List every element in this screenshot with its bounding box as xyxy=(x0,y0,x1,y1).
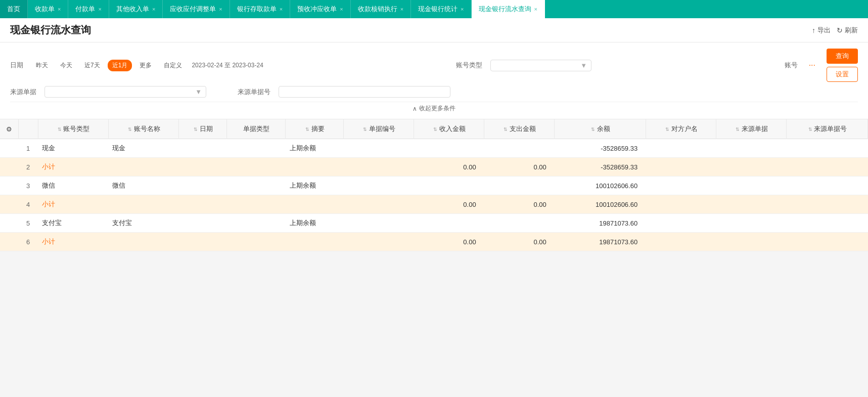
source-doc-no-column-header[interactable]: ⇅ 来源单据号 xyxy=(786,119,867,139)
row-account-type: 支付宝 xyxy=(38,214,108,233)
row-account-type: 小计 xyxy=(38,233,108,251)
row-index: 6 xyxy=(18,233,38,251)
nav-item-collection[interactable]: 收款核销执行 × xyxy=(351,0,411,18)
date-options: 昨天 今天 近7天 近1月 更多 自定义 2023-02-24 至 2023-0… xyxy=(31,60,263,71)
row-doc-type xyxy=(227,195,286,214)
close-icon[interactable]: × xyxy=(280,6,283,12)
nav-label: 现金银行流水查询 xyxy=(479,5,531,14)
date-btn-1month[interactable]: 近1月 xyxy=(108,60,132,71)
date-btn-yesterday[interactable]: 昨天 xyxy=(31,60,53,71)
row-account-name xyxy=(108,158,178,177)
row-counterpart xyxy=(646,158,716,177)
income-column-header[interactable]: ⇅ 收入金额 xyxy=(414,119,484,139)
gear-column-header[interactable]: ⚙ xyxy=(0,119,18,139)
balance-sort-icon: ⇅ xyxy=(591,127,595,132)
counterpart-sort-icon: ⇅ xyxy=(665,127,669,132)
collapse-bar[interactable]: ∧ 收起更多条件 xyxy=(10,102,858,115)
nav-label: 现金银行统计 xyxy=(418,5,458,14)
row-doc-no xyxy=(343,139,414,158)
setting-button[interactable]: 设置 xyxy=(827,67,858,82)
gear-icon[interactable]: ⚙ xyxy=(6,125,12,133)
account-type-sort-icon: ⇅ xyxy=(58,127,62,132)
nav-item-flow-query[interactable]: 现金银行流水查询 × xyxy=(472,0,545,18)
row-doc-type xyxy=(227,177,286,195)
close-icon[interactable]: × xyxy=(461,6,464,12)
nav-label: 付款单 xyxy=(75,5,95,14)
row-index: 2 xyxy=(18,158,38,177)
nav-item-payment[interactable]: 付款单 × xyxy=(68,0,109,18)
doc-type-column-header: 单据类型 xyxy=(227,119,286,139)
row-expense xyxy=(484,214,555,233)
row-source-doc-no xyxy=(786,139,867,158)
account-type-column-header[interactable]: ⇅ 账号类型 xyxy=(38,119,108,139)
row-counterpart xyxy=(646,233,716,251)
row-summary: 上期余额 xyxy=(286,177,344,195)
nav-item-home[interactable]: 首页 xyxy=(0,0,28,18)
query-button[interactable]: 查询 xyxy=(827,49,858,64)
expense-column-header[interactable]: ⇅ 支出金额 xyxy=(484,119,555,139)
row-counterpart xyxy=(646,139,716,158)
close-icon[interactable]: × xyxy=(58,6,61,12)
date-btn-custom[interactable]: 自定义 xyxy=(159,60,187,71)
refresh-label: 刷新 xyxy=(845,26,858,35)
table-row: 3 微信 微信 上期余额 100102606.60 xyxy=(0,177,868,195)
expense-sort-icon: ⇅ xyxy=(504,127,508,132)
row-balance: 100102606.60 xyxy=(555,195,646,214)
nav-item-prepaid[interactable]: 预收冲应收单 × xyxy=(290,0,350,18)
source-doc-select[interactable]: ▼ xyxy=(44,86,206,98)
nav-item-bank-deposit[interactable]: 银行存取款单 × xyxy=(230,0,290,18)
source-doc-column-header[interactable]: ⇅ 来源单据 xyxy=(716,119,786,139)
row-date xyxy=(178,158,226,177)
collapse-label: 收起更多条件 xyxy=(419,104,455,113)
row-date xyxy=(178,233,226,251)
account-name-column-header[interactable]: ⇅ 账号名称 xyxy=(108,119,178,139)
nav-item-stats[interactable]: 现金银行统计 × xyxy=(411,0,471,18)
doc-no-column-header[interactable]: ⇅ 单据编号 xyxy=(343,119,414,139)
gear-cell xyxy=(0,158,18,177)
summary-column-header[interactable]: ⇅ 摘要 xyxy=(286,119,344,139)
row-summary: 上期余额 xyxy=(286,214,344,233)
row-doc-type xyxy=(227,214,286,233)
more-dots-icon[interactable]: ··· xyxy=(809,61,815,70)
date-column-header[interactable]: ⇅ 日期 xyxy=(178,119,226,139)
row-income xyxy=(414,177,484,195)
close-icon[interactable]: × xyxy=(340,6,343,12)
nav-item-adjustment[interactable]: 应收应付调整单 × xyxy=(163,0,230,18)
row-doc-no xyxy=(343,195,414,214)
refresh-button[interactable]: ↻ 刷新 xyxy=(837,26,858,35)
source-doc-no-input[interactable] xyxy=(279,86,450,98)
gear-cell xyxy=(0,139,18,158)
close-icon[interactable]: × xyxy=(219,6,222,12)
close-icon[interactable]: × xyxy=(98,6,101,12)
row-account-type: 小计 xyxy=(38,195,108,214)
date-btn-more[interactable]: 更多 xyxy=(135,60,156,71)
index-column-header xyxy=(18,119,38,139)
date-filter-label: 日期 xyxy=(10,61,23,70)
page-header: 现金银行流水查询 ↑ 导出 ↻ 刷新 xyxy=(0,18,868,42)
row-balance: 100102606.60 xyxy=(555,177,646,195)
date-btn-today[interactable]: 今天 xyxy=(56,60,77,71)
row-account-name: 现金 xyxy=(108,139,178,158)
close-icon[interactable]: × xyxy=(534,6,537,12)
row-source-doc-no xyxy=(786,233,867,251)
chevron-down-icon: ▼ xyxy=(580,62,587,69)
row-income: 0.00 xyxy=(414,195,484,214)
doc-no-sort-icon: ⇅ xyxy=(363,127,367,132)
date-sort-icon: ⇅ xyxy=(194,127,198,132)
export-button[interactable]: ↑ 导出 xyxy=(812,26,831,35)
row-counterpart xyxy=(646,177,716,195)
close-icon[interactable]: × xyxy=(152,6,155,12)
close-icon[interactable]: × xyxy=(400,6,403,12)
account-type-label: 账号类型 xyxy=(456,61,482,70)
row-index: 4 xyxy=(18,195,38,214)
row-account-name xyxy=(108,195,178,214)
date-btn-7days[interactable]: 近7天 xyxy=(80,60,105,71)
nav-item-other-income[interactable]: 其他收入单 × xyxy=(109,0,163,18)
source-doc-label: 来源单据 xyxy=(10,87,36,97)
counterpart-column-header[interactable]: ⇅ 对方户名 xyxy=(646,119,716,139)
nav-item-receipt[interactable]: 收款单 × xyxy=(28,0,68,18)
table-row: 2 小计 0.00 0.00 -3528659.33 xyxy=(0,158,868,177)
balance-column-header[interactable]: ⇅ 余额 xyxy=(555,119,646,139)
row-doc-type xyxy=(227,139,286,158)
account-type-select[interactable]: ▼ xyxy=(490,60,591,71)
